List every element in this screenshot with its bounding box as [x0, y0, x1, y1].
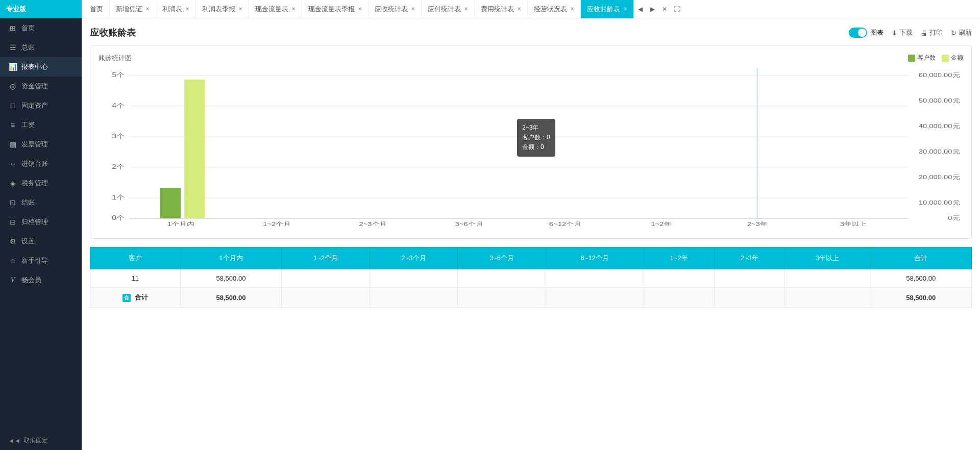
- tab-biz-stat-close[interactable]: ✕: [570, 6, 574, 12]
- td-m12-0: [282, 269, 370, 288]
- sidebar-label-invoice: 发票管理: [21, 140, 48, 149]
- tab-cashflow-q[interactable]: 现金流量表季报 ✕: [302, 0, 369, 18]
- sidebar-label-ledger: 总账: [21, 43, 35, 52]
- main-area: 首页 新增凭证 ✕ 利润表 ✕ 利润表季报 ✕ 现金流量表 ✕ 现金流量表季报 …: [82, 0, 980, 450]
- settings-icon: ⚙: [8, 237, 17, 245]
- tab-next-btn[interactable]: ▶: [646, 3, 658, 15]
- tab-expand-btn[interactable]: ⛶: [671, 3, 683, 15]
- th-customer: 客户: [90, 247, 181, 269]
- sidebar-item-reports[interactable]: 📊 报表中心: [0, 57, 82, 77]
- svg-text:2~3年: 2~3年: [747, 221, 768, 226]
- tab-profit-q-label: 利润表季报: [202, 5, 235, 14]
- tab-profit-close[interactable]: ✕: [185, 6, 189, 12]
- tab-expense-stat-close[interactable]: ✕: [517, 6, 521, 12]
- sidebar-pin-toggle[interactable]: ◄◄ 取消固定: [0, 431, 82, 450]
- tab-cashflow-label: 现金流量表: [255, 5, 288, 14]
- th-y3plus: 3年以上: [785, 247, 870, 269]
- legend-customer-color: [908, 55, 915, 62]
- td-m1-0: 58,500.00: [180, 269, 282, 288]
- data-table: 客户 1个月内 1~2个月 2~3个月 3~6个月 6~12个月 1~2年 2~…: [90, 247, 972, 308]
- svg-text:1~2年: 1~2年: [651, 221, 672, 226]
- tab-ar-age[interactable]: 应收账龄表 ✕: [581, 0, 634, 18]
- svg-text:50,000.00元: 50,000.00元: [919, 97, 960, 104]
- svg-text:6~12个月: 6~12个月: [549, 221, 581, 226]
- svg-text:10,000.00元: 10,000.00元: [919, 199, 960, 206]
- sidebar-item-purchase[interactable]: ↔ 进销台账: [0, 154, 82, 173]
- td-total-y12: [644, 288, 714, 308]
- tab-ar-age-close[interactable]: ✕: [623, 6, 627, 12]
- sidebar-item-guide[interactable]: ☆ 新手引导: [0, 251, 82, 270]
- tab-close-all-btn[interactable]: ✕: [658, 3, 671, 15]
- sidebar-item-ledger[interactable]: ☰ 总账: [0, 38, 82, 57]
- page-header: 应收账龄表 图表 ⬇ 下载 🖨 打印 ↻: [90, 27, 972, 39]
- chart-toggle[interactable]: 图表: [849, 28, 884, 38]
- th-m612: 6~12个月: [546, 247, 644, 269]
- tab-biz-stat-label: 经营状况表: [534, 5, 567, 14]
- th-total: 合计: [870, 247, 972, 269]
- chart-legend: 客户数 金额: [908, 54, 963, 62]
- sidebar-item-archive[interactable]: ⊟ 归档管理: [0, 212, 82, 232]
- sidebar-item-invoice[interactable]: ▤ 发票管理: [0, 135, 82, 154]
- tab-home[interactable]: 首页: [84, 0, 110, 18]
- svg-text:5个: 5个: [112, 71, 125, 79]
- print-icon: 🖨: [921, 29, 927, 37]
- refresh-btn[interactable]: ↻ 刷新: [951, 28, 972, 37]
- tab-ap-stat-label: 应付统计表: [428, 5, 461, 14]
- th-y23: 2~3年: [714, 247, 785, 269]
- sidebar-item-assets[interactable]: □ 固定资产: [0, 96, 82, 115]
- chart-svg-wrapper: 5个 4个 3个 2个 1个 0个 60,000.00元 50,000.00元 …: [99, 68, 963, 226]
- download-label: 下载: [899, 28, 913, 37]
- tab-cashflow-q-close[interactable]: ✕: [358, 6, 362, 12]
- tab-prev-btn[interactable]: ◀: [634, 3, 646, 15]
- tab-cashflow-close[interactable]: ✕: [291, 6, 296, 12]
- td-m612-0: [546, 269, 644, 288]
- invoice-icon: ▤: [8, 140, 17, 148]
- tab-ar-stat-close[interactable]: ✕: [411, 6, 415, 12]
- tab-ap-stat[interactable]: 应付统计表 ✕: [422, 0, 475, 18]
- tab-profit-q[interactable]: 利润表季报 ✕: [196, 0, 249, 18]
- tab-profit-label: 利润表: [162, 5, 182, 14]
- tab-ar-stat[interactable]: 应收统计表 ✕: [369, 0, 422, 18]
- toolbar: 图表 ⬇ 下载 🖨 打印 ↻ 刷新: [849, 28, 972, 38]
- tab-ar-stat-label: 应收统计表: [375, 5, 408, 14]
- table-header-row: 客户 1个月内 1~2个月 2~3个月 3~6个月 6~12个月 1~2年 2~…: [90, 247, 972, 269]
- tab-profit[interactable]: 利润表 ✕: [156, 0, 196, 18]
- td-customer-0: 11: [90, 269, 181, 288]
- tab-biz-stat[interactable]: 经营状况表 ✕: [528, 0, 581, 18]
- sidebar-item-funds[interactable]: ◎ 资金管理: [0, 77, 82, 96]
- svg-text:3~6个月: 3~6个月: [455, 221, 483, 226]
- guide-icon: ☆: [8, 257, 17, 265]
- sidebar-label-checkout: 结账: [21, 198, 35, 207]
- tab-profit-q-close[interactable]: ✕: [238, 6, 242, 12]
- th-m23: 2~3个月: [370, 247, 458, 269]
- sidebar-item-tax[interactable]: ◈ 税务管理: [0, 173, 82, 193]
- tab-bar: 首页 新增凭证 ✕ 利润表 ✕ 利润表季报 ✕ 现金流量表 ✕ 现金流量表季报 …: [82, 0, 980, 18]
- chart-toggle-switch[interactable]: [849, 28, 867, 38]
- svg-text:1个: 1个: [112, 194, 125, 201]
- sidebar-label-funds: 资金管理: [21, 82, 48, 91]
- assets-icon: □: [8, 102, 17, 110]
- svg-text:0个: 0个: [112, 214, 125, 221]
- download-btn[interactable]: ⬇ 下载: [892, 28, 913, 37]
- sidebar-item-settings[interactable]: ⚙ 设置: [0, 232, 82, 251]
- chart-container: 账龄统计图 客户数 金额 5个 4个: [90, 45, 972, 239]
- tab-cashflow[interactable]: 现金流量表 ✕: [249, 0, 302, 18]
- chart-svg: 5个 4个 3个 2个 1个 0个 60,000.00元 50,000.00元 …: [99, 68, 963, 226]
- svg-text:3年以上: 3年以上: [840, 221, 867, 226]
- sidebar-item-member[interactable]: V 畅会员: [0, 270, 82, 290]
- sidebar-item-home[interactable]: ⊞ 首页: [0, 18, 82, 38]
- tab-expense-stat[interactable]: 费用统计表 ✕: [475, 0, 528, 18]
- sidebar-item-checkout[interactable]: ⊡ 结账: [0, 193, 82, 212]
- tab-ar-age-label: 应收账龄表: [587, 5, 620, 14]
- sidebar-item-salary[interactable]: ≡ 工资: [0, 115, 82, 135]
- sidebar-label-home: 首页: [21, 23, 35, 33]
- svg-text:2个: 2个: [112, 163, 125, 170]
- th-y12: 1~2年: [644, 247, 714, 269]
- print-btn[interactable]: 🖨 打印: [921, 28, 943, 37]
- member-icon: V: [8, 276, 17, 284]
- tab-voucher-close[interactable]: ✕: [145, 6, 150, 12]
- tab-voucher[interactable]: 新增凭证 ✕: [110, 0, 156, 18]
- total-label: 合计: [135, 293, 148, 301]
- sidebar-label-tax: 税务管理: [21, 179, 48, 188]
- tab-ap-stat-close[interactable]: ✕: [464, 6, 468, 12]
